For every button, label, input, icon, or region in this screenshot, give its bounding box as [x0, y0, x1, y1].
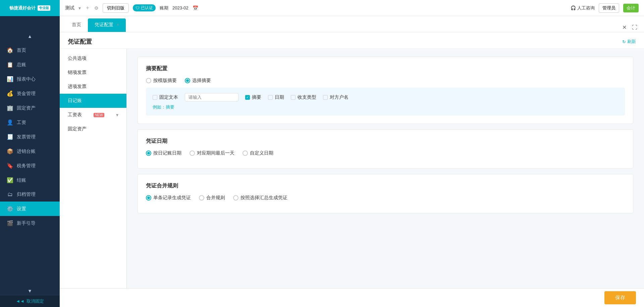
radio-summary-generate[interactable]: 按照选择汇总生成凭证 [233, 195, 287, 201]
expand-icon: ▾ [116, 112, 118, 118]
sidebar-item-sales[interactable]: 📦 进销台账 [0, 144, 60, 159]
summary-config-title: 摘要配置 [146, 65, 625, 72]
summary-config-section: 摘要配置 按模版摘要 选择摘要 [138, 57, 633, 124]
project-name: 测试 [65, 5, 74, 11]
radio-period-last[interactable]: 对应期间最后一天 [190, 150, 234, 156]
sidebar-item-home[interactable]: 🏠 首页 [0, 43, 60, 57]
radio-circle-journal-date [146, 150, 151, 156]
bottom-bar: 保存 [60, 288, 644, 307]
sidebar-item-settings[interactable]: ⚙️ 设置 [0, 202, 60, 216]
sidebar-item-label: 设置 [17, 206, 26, 212]
sidebar-item-archive[interactable]: 🗂 归档管理 [0, 187, 60, 202]
single-record-label: 单条记录生成凭证 [153, 195, 191, 201]
assets-icon: 🏢 [7, 105, 13, 111]
sidebar-item-label: 税务管理 [17, 163, 36, 169]
radio-select-summary[interactable]: 选择摘要 [185, 78, 211, 84]
left-nav-label: 公共选项 [68, 55, 87, 61]
sidebar-item-tax[interactable]: 🔖 税务管理 [0, 159, 60, 173]
consult-button[interactable]: 🎧 人工咨询 [571, 5, 595, 11]
radio-select-label: 选择摘要 [192, 78, 211, 84]
consult-label: 人工咨询 [577, 5, 595, 11]
add-icon[interactable]: ＋ [85, 4, 90, 11]
funds-icon: 💰 [7, 90, 13, 97]
radio-circle-single [146, 195, 151, 201]
period-label: 账期 [160, 5, 168, 11]
sidebar-item-label: 报表中心 [17, 76, 36, 82]
dropdown-icon[interactable]: ▾ [78, 5, 81, 11]
sales-icon: 📦 [7, 148, 13, 155]
merge-rules-title: 凭证合并规则 [146, 182, 625, 189]
date-label: 日期 [275, 94, 284, 100]
calendar-icon[interactable]: 📅 [193, 5, 198, 11]
sidebar-item-label: 总账 [17, 62, 26, 68]
sidebar-item-label: 固定资产 [17, 105, 36, 111]
radio-circle-select [185, 78, 190, 83]
checkbox-box-date [268, 95, 273, 100]
checkbox-date[interactable]: 日期 [268, 94, 284, 100]
sidebar-item-payroll[interactable]: 👤 工资 [0, 115, 60, 130]
radio-circle-custom-date [243, 150, 248, 156]
radio-single-record[interactable]: 单条记录生成凭证 [146, 195, 191, 201]
fixed-text-label: 固定文本 [159, 94, 178, 100]
refresh-button[interactable]: ↻ 刷新 [622, 39, 636, 45]
sidebar-scroll-up[interactable]: ▲ [0, 32, 60, 40]
checkbox-box-payment-type [291, 95, 296, 100]
sidebar-item-funds[interactable]: 💰 资金管理 [0, 86, 60, 101]
page-title: 凭证配置 [68, 38, 92, 46]
close-window-button[interactable]: ✕ [621, 23, 628, 32]
switch-old-version-button[interactable]: 切到旧版 [103, 3, 129, 13]
settings-icon[interactable]: ⚙ [94, 5, 99, 11]
sidebar-item-label: 首页 [17, 47, 26, 53]
sidebar-item-label: 新手引导 [17, 220, 36, 226]
sidebar-item-invoices[interactable]: 🧾 发票管理 [0, 130, 60, 144]
tab-close-button[interactable]: × [117, 23, 119, 27]
refresh-icon: ↻ [622, 39, 626, 44]
checkbox-counterpart[interactable]: 对方户名 [323, 94, 348, 100]
fullscreen-button[interactable]: ⛶ [631, 23, 639, 32]
sidebar-item-ledger[interactable]: 📋 总账 [0, 57, 60, 72]
tab-voucher-config[interactable]: 凭证配置 × [88, 18, 126, 32]
radio-template-summary[interactable]: 按模版摘要 [146, 78, 177, 84]
role-label: 会计 [623, 4, 639, 12]
radio-circle-period-last [190, 150, 195, 156]
sidebar-scroll-down[interactable]: ▼ [0, 287, 60, 295]
radio-merge-rules[interactable]: 合并规则 [199, 195, 225, 201]
sidebar-item-reports[interactable]: 📊 报表中心 [0, 72, 60, 86]
payroll-icon: 👤 [7, 119, 13, 126]
settings-nav-icon: ⚙️ [7, 206, 13, 212]
checkbox-payment-type[interactable]: 收支类型 [291, 94, 316, 100]
scroll-area: 摘要配置 按模版摘要 选择摘要 [127, 49, 644, 227]
checkbox-summary[interactable]: ✓ 摘要 [245, 94, 261, 100]
summary-generate-label: 按照选择汇总生成凭证 [240, 195, 287, 201]
radio-journal-date[interactable]: 按日记账日期 [146, 150, 181, 156]
tab-home[interactable]: 首页 [65, 18, 88, 32]
cancel-fixed-button[interactable]: ◄◄ 取消固定 [0, 295, 60, 307]
left-nav-journal[interactable]: 日记账 [60, 94, 126, 108]
voucher-date-section: 凭证日期 按日记账日期 对应期间最后一天 [138, 129, 633, 169]
save-button[interactable]: 保存 [604, 291, 636, 304]
sidebar: ▲ 🏠 首页 📋 总账 📊 报表中心 💰 资金管理 🏢 固定资产 [0, 16, 60, 307]
tax-icon: 🔖 [7, 163, 13, 169]
checkbox-box-counterpart [323, 95, 328, 100]
left-nav-salary-table[interactable]: 工资表 NEW ▾ [60, 108, 126, 122]
left-nav-purchase-invoice[interactable]: 进项发票 [60, 80, 126, 94]
radio-circle-summary-generate [233, 195, 238, 201]
manager-button[interactable]: 管理员 [599, 3, 619, 13]
merge-rules-radio-group: 单条记录生成凭证 合并规则 按照选择汇总生成凭证 [146, 195, 625, 201]
left-nav-public[interactable]: 公共选项 [60, 51, 126, 65]
sidebar-item-assets[interactable]: 🏢 固定资产 [0, 101, 60, 115]
sidebar-item-checkout[interactable]: ✅ 结账 [0, 173, 60, 187]
certified-label: 已认证 [141, 5, 153, 11]
left-nav-fixed-assets[interactable]: 固定资产 [60, 122, 126, 136]
logo-text: 畅捷通好会计 [9, 5, 36, 11]
left-nav-sales-invoice[interactable]: 销项发票 [60, 65, 126, 80]
checkbox-fixed-text[interactable]: 固定文本 [153, 94, 178, 100]
sidebar-item-guide[interactable]: 🎬 新手引导 [0, 216, 60, 230]
logo: 畅捷通好会计 专业版 [0, 0, 60, 16]
radio-custom-date[interactable]: 自定义日期 [243, 150, 273, 156]
tab-label: 凭证配置 [95, 22, 113, 27]
left-nav-label: 进项发票 [68, 84, 87, 89]
checkbox-box-summary: ✓ [245, 95, 250, 100]
fixed-text-input[interactable] [185, 93, 238, 101]
sidebar-item-label: 发票管理 [17, 134, 36, 140]
